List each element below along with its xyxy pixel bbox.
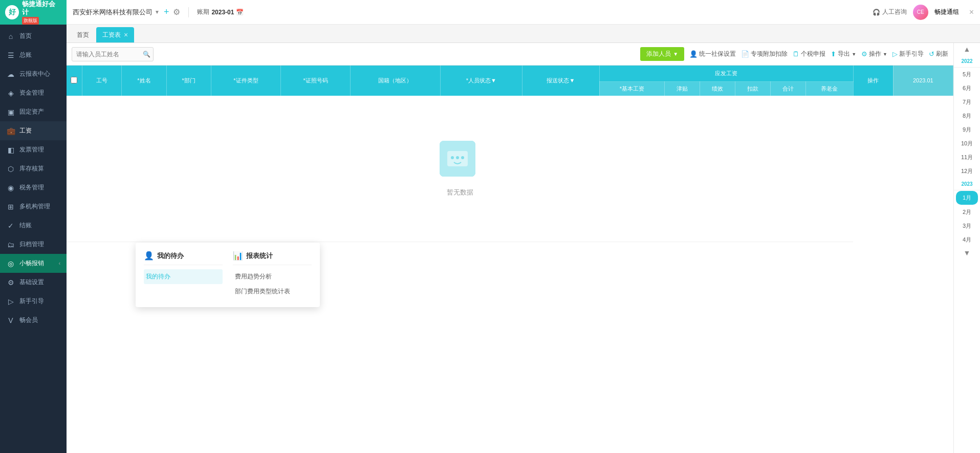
assets-icon: ▣ [6,108,15,116]
header-nationality: 国籍（地区） [351,66,441,96]
overlay-report-title: 📊 报表统计 [233,251,312,265]
tab-salary-table[interactable]: 工资表 × [96,27,134,42]
operations-action[interactable]: ⚙ 操作 ▼ [861,50,887,58]
inventory-icon: ⬡ [6,165,15,173]
social-security-action[interactable]: 👤 统一社保设置 [689,50,736,58]
operations-label: 操作 [869,50,881,58]
sidebar-item-archive-label: 归档管理 [19,240,44,249]
multi-org-icon: ⊞ [6,203,15,211]
year-2022-label: 2022 [954,55,980,68]
sidebar-item-basic[interactable]: ⚙ 基础设置 [0,273,67,292]
xiaochang-icon: ◎ [6,260,15,268]
sidebar-item-member[interactable]: V 畅会员 [0,311,67,330]
tax-icon: ◉ [6,184,15,192]
sidebar-item-closing[interactable]: ✓ 结账 [0,216,67,235]
sidebar-item-fixed-assets[interactable]: ▣ 固定资产 [0,102,67,121]
tax-report-action[interactable]: 🗒 个税申报 [793,50,825,58]
month-item-2022-10[interactable]: 10月 [954,137,980,150]
sidebar-item-xiaochang[interactable]: ◎ 小畅报销 ‹ [0,254,67,273]
sidebar-item-guide[interactable]: ▷ 新手引导 [0,292,67,311]
sidebar-item-salary-label: 工资 [19,126,32,135]
month-item-2022-08[interactable]: 8月 [954,109,980,123]
salary-icon: 💼 [6,127,15,135]
svg-point-3 [456,156,459,159]
overlay-report-item-1[interactable]: 部门费用类型统计表 [233,284,312,299]
sidebar-item-member-label: 畅会员 [19,316,38,325]
logo-subtitle: 旗舰版 [22,17,39,25]
sidebar-item-cloud-report[interactable]: ☁ 云报表中心 [0,64,67,83]
refresh-action[interactable]: ↺ 刷新 [929,50,948,58]
new-guide-icon: ▷ [892,50,898,58]
header-performance: 绩效 [700,82,735,96]
overlay-todo-item[interactable]: 我的待办 [144,269,223,284]
sidebar-item-multi-org[interactable]: ⊞ 多机构管理 [0,197,67,216]
invoice-icon: ◧ [6,146,15,154]
sidebar-item-cloud-label: 云报表中心 [19,70,50,78]
special-deduction-icon: 📄 [741,50,749,58]
topbar-add-icon[interactable]: + [164,7,169,17]
tab-home[interactable]: 首页 [71,27,95,42]
month-item-2022-11[interactable]: 11月 [954,150,980,164]
sidebar-item-fund[interactable]: ◈ 资金管理 [0,83,67,102]
topbar-close-button[interactable]: × [969,8,974,17]
sidebar-item-archive[interactable]: 🗂 归档管理 [0,235,67,254]
search-icon: 🔍 [143,51,150,58]
empty-state-cell: 暂无数据 [67,96,853,242]
toolbar-actions: 添加人员 ▼ 👤 统一社保设置 📄 专项附加扣除 🗒 个税申报 [640,47,948,61]
export-action[interactable]: ⬆ 导出 ▼ [831,50,856,58]
period-selector[interactable]: 账期 2023-01 📅 [197,8,244,16]
sidebar-item-tax[interactable]: ◉ 税务管理 [0,178,67,197]
month-item-2022-09[interactable]: 9月 [954,123,980,137]
add-employee-button[interactable]: 添加人员 ▼ [640,47,684,61]
header-report-status[interactable]: 报送状态▼ [522,66,599,96]
search-box[interactable]: 🔍 [72,47,154,61]
month-item-2023-03[interactable]: 3月 [954,219,980,233]
todo-title-icon: 👤 [144,251,154,261]
service-button[interactable]: 🎧 人工咨询 [873,8,907,16]
report-title-icon: 📊 [233,251,243,261]
month-item-2022-12[interactable]: 12月 [954,164,980,178]
sidebar-item-home-label: 首页 [19,32,32,40]
tab-close-icon[interactable]: × [124,31,128,38]
month-next-button[interactable]: ▼ [954,247,980,259]
avatar[interactable]: CE [913,5,928,20]
archive-icon: 🗂 [6,241,15,249]
sidebar-item-salary[interactable]: 💼 工资 [0,121,67,140]
add-button-arrow-icon: ▼ [673,51,678,57]
month-item-2023-02[interactable]: 2月 [954,205,980,219]
guide-icon: ▷ [6,297,15,306]
company-selector[interactable]: 西安虾米网络科技有限公司 ▼ [73,8,160,17]
report-title-label: 报表统计 [246,251,273,261]
toolbar: 🔍 添加人员 ▼ 👤 统一社保设置 📄 专项附加扣除 [67,43,953,66]
month-item-2023-01[interactable]: 1月 [956,191,978,205]
special-deduction-action[interactable]: 📄 专项附加扣除 [741,50,788,58]
sidebar-item-closing-label: 结账 [19,221,32,230]
sidebar-item-inventory[interactable]: ⬡ 库存核算 [0,159,67,178]
sidebar-item-ledger[interactable]: ☰ 总账 [0,46,67,64]
member-icon: V [6,316,15,325]
header-status[interactable]: *人员状态▼ [440,66,522,96]
table-header-row1: 工号 *姓名 *部门 *证件类型 *证照号码 国籍（地区） *人员状态▼ 报送状… [67,66,953,82]
new-guide-action[interactable]: ▷ 新手引导 [892,50,924,58]
period-label: 账期 [197,8,209,16]
sidebar-item-invoice[interactable]: ◧ 发票管理 [0,140,67,159]
search-input[interactable] [76,51,143,58]
month-item-2022-07[interactable]: 7月 [954,95,980,109]
period-value: 2023-01 [211,9,234,16]
header-period: 2023.01 [893,66,953,96]
sidebar-item-home[interactable]: ⌂ 首页 [0,27,67,46]
overlay-report-item-0[interactable]: 费用趋势分析 [233,269,312,284]
sidebar-item-basic-label: 基础设置 [19,278,44,287]
tab-salary-label: 工资表 [102,31,121,39]
add-button-label: 添加人员 [646,50,671,58]
header-checkbox[interactable] [67,66,82,96]
month-item-2023-04[interactable]: 4月 [954,233,980,247]
select-all-checkbox[interactable] [71,77,77,83]
cloud-icon: ☁ [6,70,15,78]
special-deduction-label: 专项附加扣除 [751,50,788,58]
month-item-2022-06[interactable]: 6月 [954,81,980,95]
topbar-settings-icon[interactable]: ⚙ [173,7,180,17]
overlay-dropdown: 👤 我的待办 我的待办 📊 报表统计 费用趋势分析 部门费用类型统计表 [136,243,320,307]
month-prev-button[interactable]: ▲ [954,43,980,55]
month-item-2022-05[interactable]: 5月 [954,68,980,81]
